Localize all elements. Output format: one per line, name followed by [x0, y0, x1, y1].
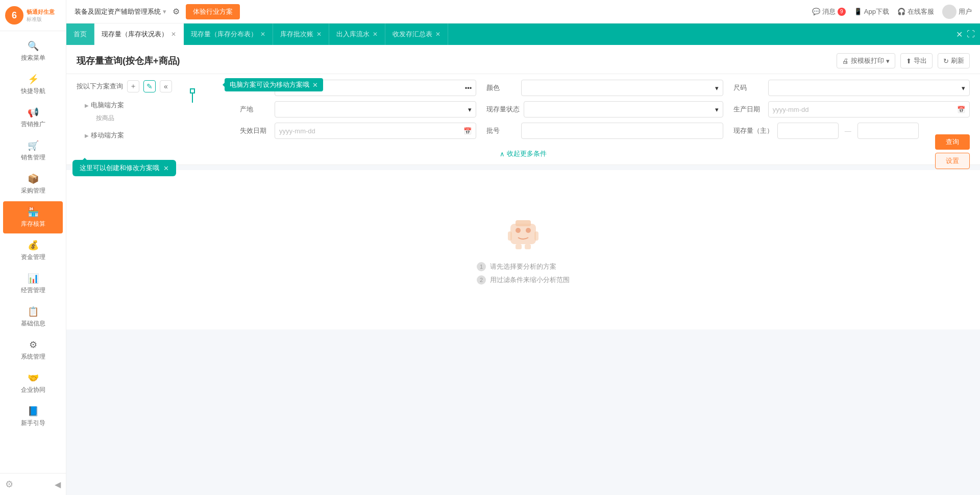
- close-tab-batch[interactable]: ✕: [316, 31, 322, 38]
- stock-main-label: 现存量（主）: [733, 126, 773, 135]
- sales-icon: 🛒: [28, 140, 39, 151]
- size-dropdown-icon: ▾: [962, 84, 965, 92]
- tree-expand-icon: ▶: [85, 103, 89, 108]
- main-content: 装备及固定资产辅助管理系统 ▾ ⚙ 体验行业方案 💬 消息 9 📱 App下载 …: [66, 0, 980, 495]
- filter-row-stock-main: 现存量（主） —: [733, 123, 970, 139]
- close-tab-inventory-dist[interactable]: ✕: [260, 31, 265, 38]
- user-menu-btn[interactable]: 用户: [942, 5, 972, 19]
- refresh-btn[interactable]: ↻ 刷新: [938, 53, 970, 68]
- batch-input[interactable]: [521, 123, 723, 139]
- scheme-tag-label: 电脑方案可设为移动方案哦: [230, 80, 309, 89]
- produce-date-input[interactable]: yyyy-mm-dd 📅: [768, 101, 970, 117]
- sidebar-label-finance: 资金管理: [21, 253, 45, 262]
- size-select[interactable]: ▾: [768, 80, 970, 96]
- sidebar-item-enterprise[interactable]: 🤝企业协同: [3, 367, 63, 399]
- edit-scheme-btn[interactable]: ✎: [143, 80, 156, 92]
- inventory-icon: 🏪: [28, 206, 39, 218]
- print-btn[interactable]: 🖨 按模板打印 ▾: [837, 53, 895, 68]
- message-icon: 💬: [812, 8, 820, 15]
- scheme-tooltip-close[interactable]: ✕: [312, 81, 318, 89]
- system-title-dropdown[interactable]: 装备及固定资产辅助管理系统 ▾: [75, 7, 166, 16]
- collapse-sidebar-icon[interactable]: ◀: [55, 480, 61, 489]
- sidebar-item-sales[interactable]: 🛒销售管理: [3, 135, 63, 167]
- sidebar-item-quick[interactable]: ⚡快捷导航: [3, 68, 63, 101]
- purchase-icon: 📦: [28, 173, 39, 184]
- basic-icon: 📋: [28, 306, 39, 317]
- logo-text: 畅通好生意 标准版: [27, 8, 55, 23]
- svg-rect-1: [516, 220, 531, 226]
- filter-row-batch: 批号: [486, 123, 723, 139]
- stock-status-dropdown-icon: ▾: [715, 106, 719, 113]
- origin-dropdown-icon: ▾: [468, 106, 472, 113]
- tab-label-inventory-dist: 现存量（库存分布表）: [191, 30, 257, 39]
- message-btn[interactable]: 💬 消息 9: [812, 7, 846, 16]
- settings-icon[interactable]: ⚙: [5, 479, 13, 490]
- top-bar-right: 💬 消息 9 📱 App下载 🎧 在线客服 用户: [812, 5, 972, 19]
- svg-rect-5: [534, 231, 538, 241]
- sidebar-item-inventory[interactable]: 🏪库存核算: [3, 201, 63, 233]
- reset-btn[interactable]: 设置: [935, 153, 970, 169]
- gear-settings-icon[interactable]: ⚙: [173, 7, 180, 16]
- top-bar-left: 装备及固定资产辅助管理系统 ▾ ⚙ 体验行业方案: [75, 4, 240, 19]
- close-tab-receive[interactable]: ✕: [435, 31, 440, 38]
- close-tab-inventory-status[interactable]: ✕: [171, 31, 176, 38]
- sidebar-item-purchase[interactable]: 📦采购管理: [3, 168, 63, 200]
- page-title: 现存量查询(按仓库+商品): [77, 55, 180, 67]
- online-service-btn[interactable]: 🎧 在线客服: [897, 7, 934, 16]
- collapse-btn[interactable]: ∧ 收起更多条件: [500, 149, 547, 158]
- stock-main-to[interactable]: [857, 123, 919, 139]
- sidebar-nav: 🔍搜索菜单⚡快捷导航📢营销推广🛒销售管理📦采购管理🏪库存核算💰资金管理📊经营管理…: [0, 31, 66, 473]
- stock-status-label: 现存量状态: [486, 105, 520, 114]
- close-all-tabs-icon[interactable]: ✕: [956, 30, 963, 39]
- svg-rect-4: [508, 231, 512, 241]
- color-select[interactable]: ▾: [521, 80, 723, 96]
- operations-icon: 📊: [28, 273, 39, 284]
- batch-label: 批号: [486, 126, 517, 135]
- search-btn[interactable]: 查询: [935, 134, 970, 150]
- sidebar-label-operations: 经营管理: [21, 286, 45, 295]
- close-tab-inout[interactable]: ✕: [373, 31, 378, 38]
- export-btn[interactable]: ⬆ 导出: [900, 53, 933, 68]
- tab-home[interactable]: 首页: [66, 23, 94, 45]
- tab-inout[interactable]: 出入库流水✕: [329, 23, 385, 45]
- expand-icon[interactable]: ⛶: [967, 30, 975, 39]
- app-download-btn[interactable]: 📱 App下载: [854, 7, 889, 16]
- tab-label-receive: 收发存汇总表: [393, 30, 432, 39]
- industry-btn[interactable]: 体验行业方案: [186, 4, 240, 19]
- expire-date-input[interactable]: yyyy-mm-dd 📅: [275, 123, 476, 139]
- scheme-tooltip-wrapper: 电脑方案可设为移动方案哦 ✕: [225, 78, 323, 91]
- left-arrow-btn[interactable]: «: [160, 80, 172, 92]
- stock-main-from[interactable]: [777, 123, 839, 139]
- sidebar-item-basic[interactable]: 📋基础信息: [3, 301, 63, 333]
- sidebar-item-operations[interactable]: 📊经营管理: [3, 268, 63, 300]
- svg-point-3: [526, 228, 531, 233]
- filter-label: 按以下方案查询: [77, 82, 123, 91]
- add-scheme-btn[interactable]: ＋: [127, 80, 139, 92]
- edit-tooltip-label: 这里可以创建和修改方案哦: [80, 163, 159, 173]
- filter-grid: 商品 ... ••• 颜色 ▾: [240, 80, 970, 139]
- tab-label-inout: 出入库流水: [336, 30, 370, 39]
- tab-batch[interactable]: 库存批次账✕: [273, 23, 329, 45]
- page-header: 现存量查询(按仓库+商品) 🖨 按模板打印 ▾ ⬆ 导出 ↻ 刷新: [66, 45, 980, 74]
- logo: 6 畅通好生意 标准版: [0, 0, 66, 31]
- tab-receive[interactable]: 收发存汇总表✕: [385, 23, 448, 45]
- tab-inventory-dist[interactable]: 现存量（库存分布表）✕: [184, 23, 273, 45]
- sidebar-item-finance[interactable]: 💰资金管理: [3, 234, 63, 267]
- sidebar-item-system[interactable]: ⚙系统管理: [3, 334, 63, 366]
- refresh-icon: ↻: [943, 57, 949, 65]
- tab-inventory-status[interactable]: 现存量（库存状况表）✕: [94, 23, 184, 45]
- sidebar-label-marketing: 营销推广: [21, 120, 45, 129]
- sidebar-item-marketing[interactable]: 📢营销推广: [3, 102, 63, 134]
- sidebar-item-search[interactable]: 🔍搜索菜单: [3, 35, 63, 67]
- phone-icon: 📱: [854, 8, 862, 15]
- avatar: [942, 5, 957, 19]
- origin-select[interactable]: ▾: [275, 101, 476, 117]
- tab-actions: ✕ ⛶: [951, 30, 980, 39]
- goods-more-icon: •••: [465, 84, 472, 92]
- stock-status-select[interactable]: ▾: [524, 101, 723, 117]
- filter-row-stock-status: 现存量状态 ▾: [486, 101, 723, 117]
- print-dropdown-icon: ▾: [886, 57, 890, 65]
- edit-tooltip-close[interactable]: ✕: [163, 164, 169, 172]
- filter-row-produce-date: 生产日期 yyyy-mm-dd 📅: [733, 101, 970, 117]
- sidebar-item-guide[interactable]: 📘新手引导: [3, 400, 63, 433]
